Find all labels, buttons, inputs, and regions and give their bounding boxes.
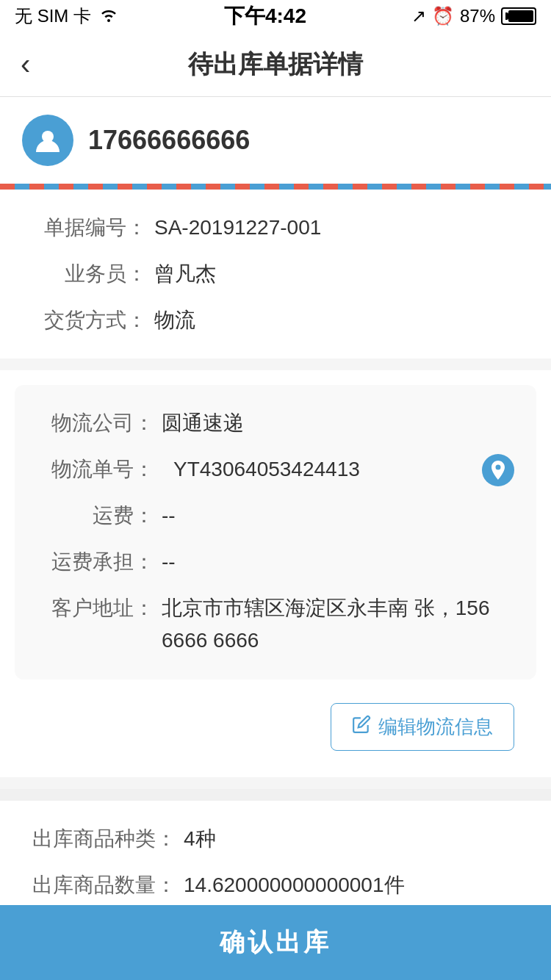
doc-number-label: 单据编号： [29, 212, 147, 245]
address-row: 客户地址： 北京市市辖区海淀区永丰南 张，156 6666 6666 [37, 592, 514, 658]
avatar [22, 115, 73, 166]
tracking-row: 物流单号： YT43064053424413 [37, 453, 514, 486]
address-label: 客户地址： [37, 592, 154, 625]
status-time: 下午4:42 [224, 2, 306, 30]
battery-text: 87% [460, 6, 495, 26]
alarm-icon: ⏰ [432, 6, 454, 26]
back-button[interactable]: ‹ [21, 48, 30, 81]
dashed-divider [0, 184, 551, 190]
address-value: 北京市市辖区海淀区永丰南 张，156 6666 6666 [154, 592, 514, 658]
freight-bear-value: -- [154, 546, 514, 579]
freight-bear-row: 运费承担： -- [37, 546, 514, 579]
goods-quantity-row: 出库商品数量： 14.620000000000001件 [29, 869, 522, 902]
gray-separator [0, 789, 551, 801]
logistics-section: 物流公司： 圆通速递 物流单号： YT43064053424413 运费： --… [0, 370, 551, 777]
salesman-value: 曾凡杰 [147, 258, 522, 291]
page-title: 待出库单据详情 [188, 48, 363, 82]
wifi-icon [98, 6, 119, 26]
customer-phone: 17666666666 [88, 125, 250, 156]
logistics-box: 物流公司： 圆通速递 物流单号： YT43064053424413 运费： --… [15, 385, 536, 680]
customer-header: 17666666666 [0, 97, 551, 184]
status-right: ↗ ⏰ 87% [411, 6, 536, 26]
salesman-label: 业务员： [29, 258, 147, 291]
order-info-section: 单据编号： SA-20191227-001 业务员： 曾凡杰 交货方式： 物流 [0, 190, 551, 359]
logistics-company-row: 物流公司： 圆通速递 [37, 407, 514, 440]
nav-bar: ‹ 待出库单据详情 [0, 32, 551, 97]
delivery-row: 交货方式： 物流 [29, 304, 522, 337]
delivery-label: 交货方式： [29, 304, 147, 337]
goods-type-row: 出库商品种类： 4种 [29, 823, 522, 856]
carrier-text: 无 SIM 卡 [15, 4, 91, 28]
goods-type-value: 4种 [176, 823, 522, 856]
freight-label: 运费： [37, 500, 154, 533]
tracking-value: YT43064053424413 [166, 453, 470, 486]
confirm-outbound-button[interactable]: 确认出库 [0, 926, 551, 959]
edit-logistics-button[interactable]: 编辑物流信息 [331, 703, 514, 751]
tracking-label: 物流单号： [37, 453, 154, 486]
location-icon: ↗ [411, 6, 426, 26]
goods-quantity-value: 14.620000000000001件 [176, 869, 522, 902]
goods-type-label: 出库商品种类： [29, 823, 176, 856]
delivery-value: 物流 [147, 304, 522, 337]
logistics-company-label: 物流公司： [37, 407, 154, 440]
confirm-btn-area: 确认出库 [0, 905, 551, 980]
freight-bear-label: 运费承担： [37, 546, 154, 579]
doc-number-value: SA-20191227-001 [147, 212, 522, 245]
goods-quantity-label: 出库商品数量： [29, 869, 176, 902]
edit-icon [352, 715, 371, 739]
location-icon[interactable] [482, 454, 514, 486]
battery-icon [501, 7, 536, 25]
status-left: 无 SIM 卡 [15, 4, 119, 28]
freight-value: -- [154, 500, 514, 533]
edit-button-row: 编辑物流信息 [15, 691, 536, 763]
status-bar: 无 SIM 卡 下午4:42 ↗ ⏰ 87% [0, 0, 551, 32]
doc-number-row: 单据编号： SA-20191227-001 [29, 212, 522, 245]
freight-row: 运费： -- [37, 500, 514, 533]
logistics-company-value: 圆通速递 [154, 407, 514, 440]
edit-logistics-label: 编辑物流信息 [378, 714, 493, 740]
salesman-row: 业务员： 曾凡杰 [29, 258, 522, 291]
